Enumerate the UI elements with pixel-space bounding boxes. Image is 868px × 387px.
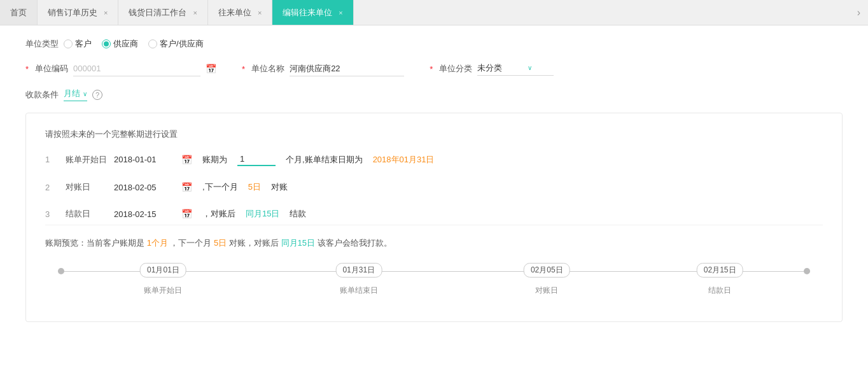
timeline-node-2-label: 账单结束日: [340, 285, 378, 296]
unit-code-calendar-icon[interactable]: 📅: [206, 64, 216, 74]
step-3-calendar-icon[interactable]: 📅: [181, 209, 192, 219]
unit-category-star: *: [430, 64, 433, 74]
radio-both-circle: [148, 39, 157, 48]
step-1-period-end: 2018年01月31日: [373, 154, 435, 165]
tab-edit-partner-label: 编辑往来单位: [283, 7, 332, 18]
radio-supplier-label: 供应商: [113, 38, 138, 50]
unit-name-group: * 单位名称: [242, 61, 404, 76]
tab-cash-work-close[interactable]: ×: [193, 9, 197, 17]
timeline-node-1-date: 01月01日: [140, 263, 186, 278]
step-1-number: 1: [45, 155, 55, 164]
tab-sales-history-close[interactable]: ×: [104, 9, 108, 17]
preview-payment-day: 同月15日: [281, 238, 315, 248]
step-2-number: 2: [45, 183, 55, 192]
unit-name-input[interactable]: [290, 61, 404, 76]
timeline-node-1-label: 账单开始日: [144, 285, 182, 296]
tab-bar: 首页 销售订单历史 × 钱货日清工作台 × 往来单位 × 编辑往来单位 × ›: [0, 0, 868, 25]
payment-terms-select[interactable]: 月结 ∨: [64, 88, 87, 101]
main-content: 单位类型 客户 供应商 客户/供应商 * 单位编码: [0, 25, 868, 387]
step-3-date: 2018-02-15: [114, 209, 171, 219]
radio-supplier[interactable]: 供应商: [102, 38, 138, 50]
preview-suffix: 该客户会给我打款。: [318, 238, 392, 248]
tab-edit-partner-close[interactable]: ×: [339, 9, 342, 17]
step-1-label: 账单开始日: [66, 154, 104, 165]
step-2-suffix-highlight: 5日: [248, 181, 261, 193]
unit-type-group: 单位类型 客户 供应商 客户/供应商: [25, 38, 204, 50]
tab-edit-partner[interactable]: 编辑往来单位 ×: [272, 0, 353, 25]
step-2-calendar-icon[interactable]: 📅: [181, 182, 192, 192]
step-3-row: 3 结款日 2018-02-15 📅 ，对账后 同月15日 结款: [45, 208, 823, 220]
preview-prefix: 账期预览：当前客户账期是: [45, 238, 144, 248]
step-1-calendar-icon[interactable]: 📅: [181, 155, 192, 165]
timeline-node-3-date: 02月05日: [524, 263, 570, 278]
preview-mid2: 对账，对账后: [229, 238, 279, 248]
step-1-period-input[interactable]: [237, 153, 276, 166]
radio-supplier-circle: [102, 39, 111, 48]
unit-category-chevron-icon: ∨: [528, 64, 532, 71]
step-2-date: 2018-02-05: [114, 183, 171, 192]
unit-code-input[interactable]: [73, 61, 200, 76]
card-title: 请按照未来的一个完整帐期进行设置: [45, 129, 823, 140]
timeline: 01月01日 账单开始日 01月31日 账单结束日 02月05日 对账日 02月…: [45, 268, 823, 306]
timeline-left-dot: [58, 268, 64, 274]
tab-home[interactable]: 首页: [0, 0, 38, 25]
step-2-suffix-pre: ,下一个月: [202, 181, 238, 193]
timeline-right-dot: [804, 268, 810, 274]
tab-partner-close[interactable]: ×: [258, 9, 262, 17]
tab-home-label: 首页: [10, 7, 27, 18]
step-2-suffix-post: 对账: [271, 181, 288, 193]
payment-terms-help-icon[interactable]: ?: [92, 90, 102, 100]
timeline-node-4: 02月15日 结款日: [697, 263, 743, 296]
radio-group: 客户 供应商 客户/供应商: [64, 38, 204, 50]
timeline-node-3-label: 对账日: [535, 285, 558, 296]
preview-mid1: ，下一个月: [170, 238, 211, 248]
radio-both[interactable]: 客户/供应商: [148, 38, 204, 50]
preview-section: 账期预览：当前客户账期是 1个月 ，下一个月 5日 对账，对账后 同月15日 该…: [45, 236, 823, 250]
unit-details-row: * 单位编码 📅 * 单位名称 * 单位分类 未分类 ∨: [25, 61, 843, 76]
preview-day: 5日: [214, 238, 227, 248]
unit-code-star: *: [25, 64, 29, 74]
tab-partner[interactable]: 往来单位 ×: [208, 0, 272, 25]
payment-terms-value: 月结: [64, 88, 80, 99]
step-1-period-unit: 个月,账单结束日期为: [286, 154, 363, 165]
timeline-node-3: 02月05日 对账日: [524, 263, 570, 296]
timeline-node-2: 01月31日 账单结束日: [335, 263, 382, 296]
unit-category-value: 未分类: [477, 62, 502, 74]
card-divider: [45, 225, 823, 225]
unit-name-star: *: [242, 64, 245, 74]
unit-category-label: 单位分类: [439, 63, 472, 74]
unit-name-label: 单位名称: [251, 63, 284, 74]
step-3-suffix-pre: ，对账后: [202, 208, 235, 220]
payment-terms-chevron-icon: ∨: [83, 90, 87, 97]
unit-type-row: 单位类型 客户 供应商 客户/供应商: [25, 38, 843, 50]
radio-customer[interactable]: 客户: [64, 38, 92, 50]
radio-both-label: 客户/供应商: [160, 38, 204, 50]
payment-terms-row: 收款条件 月结 ∨ ?: [25, 88, 843, 101]
tab-sales-history-label: 销售订单历史: [48, 7, 97, 18]
payment-terms-group: 收款条件 月结 ∨ ?: [25, 88, 102, 101]
step-2-row: 2 对账日 2018-02-05 📅 ,下一个月 5日 对账: [45, 181, 823, 193]
step-1-row: 1 账单开始日 2018-01-01 📅 账期为 个月,账单结束日期为 2018…: [45, 153, 823, 166]
tab-sales-history[interactable]: 销售订单历史 ×: [38, 0, 118, 25]
unit-category-group: * 单位分类 未分类 ∨: [430, 62, 554, 76]
settings-card: 请按照未来的一个完整帐期进行设置 1 账单开始日 2018-01-01 📅 账期…: [25, 113, 843, 322]
unit-type-label: 单位类型: [25, 38, 59, 50]
tab-expand-btn[interactable]: ›: [850, 0, 868, 25]
step-3-suffix-highlight: 同月15日: [246, 208, 279, 220]
unit-category-select[interactable]: 未分类 ∨: [477, 62, 554, 76]
timeline-node-4-date: 02月15日: [697, 263, 743, 278]
timeline-node-1: 01月01日 账单开始日: [140, 263, 186, 296]
tab-cash-work[interactable]: 钱货日清工作台 ×: [118, 0, 207, 25]
timeline-node-2-date: 01月31日: [335, 263, 382, 278]
timeline-node-4-label: 结款日: [708, 285, 731, 296]
step-3-label: 结款日: [66, 208, 104, 220]
radio-customer-circle: [64, 39, 73, 48]
radio-customer-label: 客户: [75, 38, 92, 50]
unit-code-group: * 单位编码 📅: [25, 61, 216, 76]
step-3-suffix-post: 结款: [290, 208, 306, 220]
step-1-date: 2018-01-01: [114, 155, 171, 164]
tab-partner-label: 往来单位: [218, 7, 251, 18]
preview-period: 1个月: [147, 238, 168, 248]
step-2-label: 对账日: [66, 181, 104, 193]
step-3-number: 3: [45, 209, 55, 219]
